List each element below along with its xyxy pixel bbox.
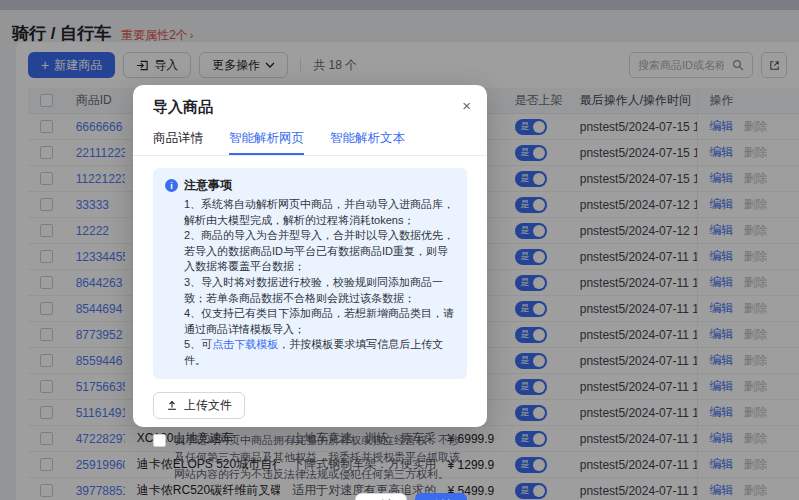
notice-item: 1、系统将自动解析网页中商品，并自动导入进商品库，解析由大模型完成，解析的过程将… <box>184 197 455 228</box>
consent-text: 我承诺对网页中商品拥有完整的所有权或独立经营权，不涉及任何第三方商品及其他权益，… <box>174 432 467 483</box>
confirm-button[interactable]: 确认 <box>415 493 467 500</box>
upload-file-button[interactable]: 上传文件 <box>153 392 245 419</box>
notice-title: 注意事项 <box>184 177 232 194</box>
download-template-link[interactable]: 点击下载模板 <box>212 338 278 350</box>
notice-item: 4、仅支持已有类目下添加商品，若想新增商品类目，请通过商品详情模板导入； <box>184 306 455 337</box>
import-product-modal: 导入商品 × 商品详情智能解析网页智能解析文本 i 注意事项 1、系统将自动解析… <box>133 85 487 427</box>
cancel-button[interactable]: 取消 <box>355 493 407 500</box>
modal-tab-0[interactable]: 商品详情 <box>153 123 203 155</box>
upload-icon <box>166 399 178 411</box>
modal-title: 导入商品 <box>153 98 467 117</box>
consent-checkbox[interactable] <box>153 434 166 447</box>
modal-body: i 注意事项 1、系统将自动解析网页中商品，并自动导入进商品库，解析由大模型完成… <box>133 156 487 483</box>
modal-footer: 取消 确认 <box>133 483 487 500</box>
info-icon: i <box>165 179 178 192</box>
modal-tab-2[interactable]: 智能解析文本 <box>330 123 405 155</box>
notice-item: 3、导入时将对数据进行校验，校验规则同添加商品一致；若单条商品数据不合格则会跳过… <box>184 275 455 306</box>
notice-item: 2、商品的导入为合并型导入，合并时以导入数据优先，若导入的数据商品ID与平台已有… <box>184 228 455 275</box>
modal-tabs: 商品详情智能解析网页智能解析文本 <box>133 123 487 156</box>
notice-items: 1、系统将自动解析网页中商品，并自动导入进商品库，解析由大模型完成，解析的过程将… <box>165 197 455 369</box>
close-icon[interactable]: × <box>462 97 471 114</box>
modal-header: 导入商品 × <box>133 85 487 123</box>
modal-tab-1[interactable]: 智能解析网页 <box>229 123 304 155</box>
notice-box: i 注意事项 1、系统将自动解析网页中商品，并自动导入进商品库，解析由大模型完成… <box>153 168 467 379</box>
consent-row: 我承诺对网页中商品拥有完整的所有权或独立经营权，不涉及任何第三方商品及其他权益，… <box>153 432 467 483</box>
notice-item: 5、可点击下载模板，并按模板要求填写信息后上传文件。 <box>184 337 455 368</box>
